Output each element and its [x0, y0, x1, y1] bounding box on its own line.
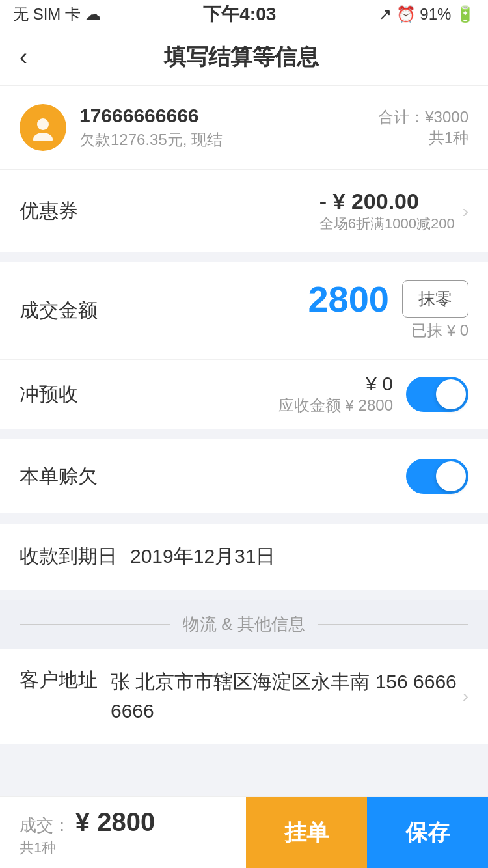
bottom-amount: ¥ 2800 — [75, 807, 155, 836]
due-date-value: 2019年12月31日 — [130, 543, 275, 570]
customer-info-text: 17666666666 欠款1276.35元, 现结 — [79, 105, 223, 150]
signal-text: 无 SIM 卡 ☁ — [13, 4, 101, 25]
svg-point-1 — [33, 133, 53, 141]
logistics-divider-text: 物流 & 其他信息 — [183, 613, 305, 636]
debt-row: 本单赊欠 — [0, 439, 488, 513]
deal-right: 2800 抹零 — [308, 280, 468, 318]
bottom-count: 共1种 — [20, 838, 226, 858]
total-count: 共1种 — [378, 128, 468, 148]
deal-amount: 2800 — [308, 281, 389, 318]
address-row[interactable]: 客户地址 张 北京市市辖区海淀区永丰南 156 6666 6666 › — [0, 649, 488, 744]
toggle-knob — [436, 379, 466, 409]
status-time: 下午4:03 — [203, 2, 276, 27]
bottom-bar: 成交： ¥ 2800 共1种 挂单 保存 — [0, 796, 488, 868]
debt-label: 本单赊欠 — [20, 463, 98, 490]
hold-button[interactable]: 挂单 — [246, 797, 367, 869]
due-date-row: 收款到期日 2019年12月31日 — [0, 524, 488, 590]
coupon-discount: - ¥ 200.00 — [319, 189, 455, 214]
deal-section: 成交金额 2800 抹零 已抹 ¥ 0 冲预收 ¥ 0 应收金额 ¥ 2800 — [0, 262, 488, 429]
svg-point-0 — [37, 118, 49, 130]
avatar — [20, 104, 66, 151]
coupon-row[interactable]: 优惠券 - ¥ 200.00 全场6折满1000减200 › — [0, 170, 488, 252]
total-label: 合计：¥3000 — [378, 107, 468, 128]
nav-bar: ‹ 填写结算等信息 — [0, 29, 488, 86]
customer-debt: 欠款1276.35元, 现结 — [79, 129, 223, 150]
prepay-amount-block: ¥ 0 应收金额 ¥ 2800 — [278, 373, 393, 416]
address-label: 客户地址 — [20, 667, 98, 694]
customer-info-row: 17666666666 欠款1276.35元, 现结 合计：¥3000 共1种 — [0, 86, 488, 170]
prepay-amount: ¥ 0 — [278, 373, 393, 395]
status-right: ↗ ⏰ 91% 🔋 — [379, 5, 475, 23]
prepay-sub: 应收金额 ¥ 2800 — [278, 395, 393, 416]
chevron-right-address-icon: › — [463, 686, 468, 707]
debt-toggle[interactable] — [406, 459, 468, 494]
prepay-label: 冲预收 — [20, 381, 78, 408]
save-button[interactable]: 保存 — [367, 797, 488, 869]
divider-line-left — [20, 624, 170, 625]
battery-icon: ↗ ⏰ 91% 🔋 — [379, 5, 475, 23]
status-bar: 无 SIM 卡 ☁ 下午4:03 ↗ ⏰ 91% 🔋 — [0, 0, 488, 29]
address-content: 张 北京市市辖区海淀区永丰南 156 6666 6666 — [111, 667, 463, 726]
logistics-divider-section: 物流 & 其他信息 — [0, 600, 488, 649]
divider-line-right — [318, 624, 468, 625]
bottom-deal-row: 成交： ¥ 2800 — [20, 807, 226, 837]
customer-section: 17666666666 欠款1276.35元, 现结 合计：¥3000 共1种 … — [0, 86, 488, 252]
deal-sub: 已抹 ¥ 0 — [308, 320, 468, 341]
prepay-toggle[interactable] — [406, 377, 468, 412]
coupon-label: 优惠券 — [20, 198, 78, 224]
toggle-knob-debt — [436, 461, 466, 491]
status-left: 无 SIM 卡 ☁ — [13, 4, 101, 25]
customer-right: 合计：¥3000 共1种 — [378, 107, 468, 148]
coupon-desc: 全场6折满1000减200 — [319, 214, 455, 234]
bottom-left: 成交： ¥ 2800 共1种 — [0, 807, 246, 858]
round-button[interactable]: 抹零 — [402, 280, 468, 318]
prepay-right: ¥ 0 应收金额 ¥ 2800 — [278, 373, 468, 416]
bottom-deal-label: 成交： — [20, 815, 70, 835]
prepay-row: 冲预收 ¥ 0 应收金额 ¥ 2800 — [0, 359, 488, 429]
customer-left: 17666666666 欠款1276.35元, 现结 — [20, 104, 223, 151]
deal-row: 成交金额 2800 抹零 已抹 ¥ 0 — [0, 262, 488, 359]
logistics-divider: 物流 & 其他信息 — [0, 600, 488, 649]
deal-label: 成交金额 — [20, 297, 98, 324]
coupon-right: - ¥ 200.00 全场6折满1000减200 › — [319, 189, 468, 234]
page-title: 填写结算等信息 — [40, 42, 442, 72]
chevron-right-icon: › — [463, 201, 468, 222]
back-button[interactable]: ‹ — [20, 44, 27, 71]
customer-phone: 17666666666 — [79, 105, 223, 127]
due-date-label: 收款到期日 — [20, 543, 117, 570]
